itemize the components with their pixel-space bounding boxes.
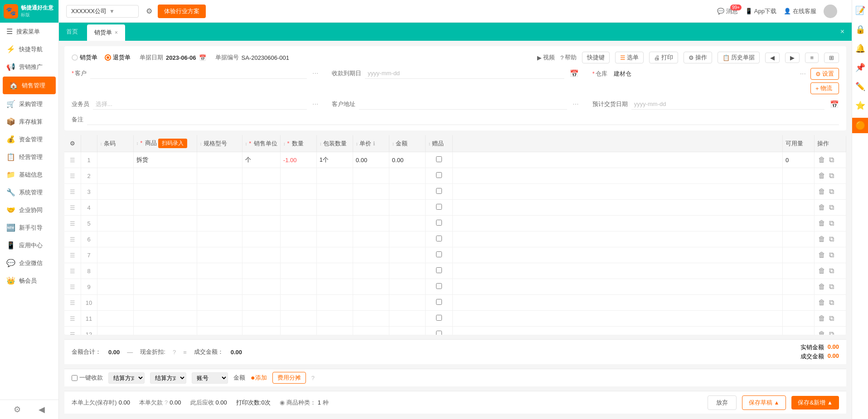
row-copy-button[interactable]: ⧉ [828,298,835,308]
row-gift[interactable] [425,200,452,216]
tab-home[interactable]: 首页 [59,23,85,41]
sidebar-item-sales[interactable]: 🏠 销售管理 [3,77,56,94]
expected-delivery-calendar-icon[interactable]: 📅 [830,100,839,109]
row-delete-button[interactable]: 🗑 [817,282,826,292]
sidebar-item-system[interactable]: 🔧 系统管理 [0,183,58,201]
row-gift[interactable] [425,263,452,279]
row-delete-button[interactable]: 🗑 [817,187,826,197]
row-delete-button[interactable]: 🗑 [817,218,826,228]
one-click-pay-checkbox[interactable]: 一键收款 [72,374,103,382]
row-gift[interactable] [425,327,452,335]
sidebar-item-guide[interactable]: 🆕 新手引导 [0,219,58,236]
collapse-icon[interactable]: ◀ [39,405,45,414]
sidebar-item-marketing[interactable]: 📢 营销推广 [0,58,58,76]
row-gift[interactable] [425,295,452,311]
sidebar-item-app-center[interactable]: 📱 应用中心 [0,236,58,254]
app-download-button[interactable]: 📱 App下载 [745,7,776,15]
view-list-btn[interactable]: ≡ [805,53,819,63]
row-copy-button[interactable]: ⧉ [828,329,835,335]
one-click-pay-input[interactable] [72,375,78,381]
sidebar-item-wechat[interactable]: 💬 企业微信 [0,254,58,272]
company-select[interactable]: XXXXXX公司 ▼ [66,5,139,18]
row-copy-button[interactable]: ⧉ [828,266,835,276]
row-gift[interactable] [425,311,452,327]
sidebar-item-operations[interactable]: 📋 经营管理 [0,148,58,166]
row-gift[interactable] [425,231,452,247]
panel-bell-icon[interactable]: 🔔 [853,42,867,55]
help-link[interactable]: ? 帮助 [560,53,577,62]
row-delete-button[interactable]: 🗑 [817,155,826,165]
customer-input[interactable] [90,68,307,79]
calendar-icon[interactable]: 📅 [199,54,206,61]
row-delete-button[interactable]: 🗑 [817,313,826,323]
settings-icon[interactable]: ⚙ [14,405,21,414]
sidebar-item-finance[interactable]: 💰 资金管理 [0,130,58,148]
due-date-calendar-icon[interactable]: 📅 [570,69,579,78]
add-payment-button[interactable]: ● 添加 [251,374,267,382]
radio-return[interactable]: 退货单 [105,53,131,62]
sidebar-item-basic-info[interactable]: 📁 基础信息 [0,166,58,183]
salesperson-dots-icon[interactable]: ··· [312,100,318,108]
view-grid-btn[interactable]: ⊞ [824,53,839,63]
row-copy-button[interactable]: ⧉ [828,250,835,260]
radio-sales[interactable]: 销货单 [72,53,97,62]
row-copy-button[interactable]: ⧉ [828,202,835,212]
row-copy-button[interactable]: ⧉ [828,234,835,244]
sidebar-item-purchase[interactable]: 🛒 采购管理 [0,95,58,113]
row-delete-button[interactable]: 🗑 [817,202,826,212]
payment-method-select[interactable]: 结算方式 [108,372,145,384]
row-copy-button[interactable]: ⧉ [828,171,835,181]
sidebar-item-enterprise[interactable]: 🤝 企业协同 [0,201,58,219]
row-delete-button[interactable]: 🗑 [817,298,826,308]
choose-btn[interactable]: ☰ 选单 [615,52,644,63]
row-delete-button[interactable]: 🗑 [817,234,826,244]
settings-gear-icon[interactable]: ⚙ [146,7,152,15]
panel-note-icon[interactable]: 📝 [853,4,867,17]
abandon-button[interactable]: 放弃 [708,395,737,410]
row-copy-button[interactable]: ⧉ [828,187,835,197]
expense-split-button[interactable]: 费用分摊 [272,372,306,384]
panel-star-icon[interactable]: ⭐ [853,99,867,112]
customer-dots-icon[interactable]: ··· [312,69,318,77]
th-settings[interactable]: ⚙ [64,135,81,152]
customer-addr-dots-icon[interactable]: ··· [572,100,578,108]
customer-addr-input[interactable] [359,99,567,110]
account-select[interactable]: 账号 [192,372,228,384]
row-gift[interactable] [425,216,452,231]
row-delete-button[interactable]: 🗑 [817,329,826,335]
save-new-button[interactable]: 保存&新增 ▲ [791,396,839,409]
tab-sales-order[interactable]: 销货单 × [87,24,125,41]
row-gift[interactable] [425,152,452,168]
logistics-button[interactable]: + 物流 [810,82,839,94]
sidebar-item-inventory[interactable]: 📦 库存核算 [0,113,58,130]
row-delete-button[interactable]: 🗑 [817,171,826,181]
panel-edit-icon[interactable]: ✏️ [853,80,867,93]
setting-button[interactable]: ⚙ ⚙ 设置设置 [810,68,839,80]
panel-lock-icon[interactable]: 🔒 [853,23,867,36]
scan-button[interactable]: 扫码录入 [158,139,187,148]
row-delete-button[interactable]: 🗑 [817,266,826,276]
avatar[interactable] [824,5,837,18]
row-copy-button[interactable]: ⧉ [828,313,835,323]
calc-method-select[interactable]: 结算方式 [150,372,186,384]
expected-delivery-input[interactable] [631,99,824,110]
row-gift[interactable] [425,247,452,263]
sidebar-item-quick-nav[interactable]: ⚡ 快捷导航 [0,40,58,58]
note-input[interactable] [87,114,839,125]
trial-button[interactable]: 体验行业方案 [158,5,206,18]
video-link[interactable]: ▶ 视频 [537,53,555,62]
panel-pin-icon[interactable]: 📌 [853,61,867,74]
save-draft-button[interactable]: 保存草稿 ▲ [742,395,786,410]
due-date-input[interactable] [365,68,564,79]
row-gift[interactable] [425,184,452,200]
tab-close-icon[interactable]: × [115,29,118,36]
row-gift[interactable] [425,279,452,295]
panel-orange-icon[interactable]: 🟠 [852,118,868,133]
row-copy-button[interactable]: ⧉ [828,218,835,228]
message-button[interactable]: 💬 消息 99+ [717,7,738,15]
close-all-tabs-button[interactable]: × [833,23,852,41]
discount-help-icon[interactable]: ? [173,349,176,356]
print-btn[interactable]: 🖨 打印 [649,52,678,63]
online-service-button[interactable]: 👤 在线客服 [784,7,816,15]
operation-btn[interactable]: ⚙ 操作 [684,52,712,63]
